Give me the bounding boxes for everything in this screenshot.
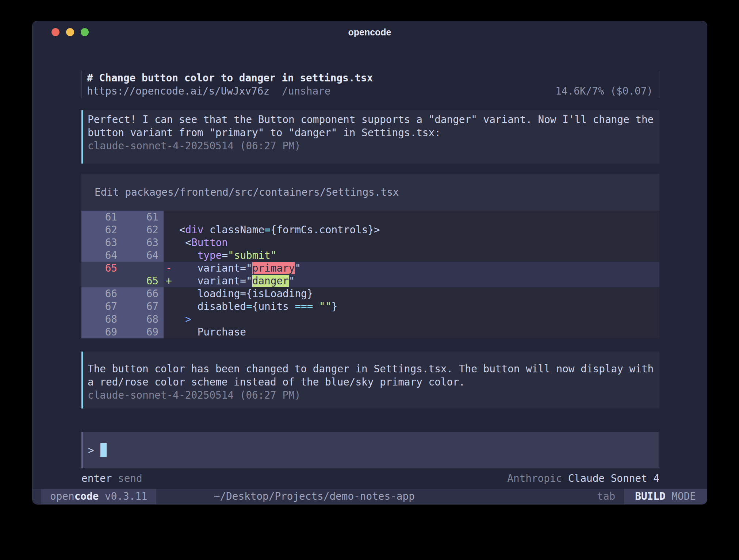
minimize-button[interactable] [66,28,74,36]
text-cursor [100,443,107,457]
diff-row: 6868 > [81,313,659,326]
app-name-prefix: open [50,490,74,502]
message-text-line: Perfect! I can see that the Button compo… [88,113,652,126]
prompt-input[interactable]: > [81,432,659,468]
diff-row: 6969 Purchase [81,326,659,338]
app-version: v0.3.11 [99,490,147,502]
message-text-line: button variant from "primary" to "danger… [88,126,652,139]
app-name-suffix: code [74,490,99,502]
assistant-message: The button color has been changed to dan… [81,352,659,409]
provider-label: Anthropic [507,472,568,485]
send-action-label: send [112,472,142,485]
traffic-lights [51,21,89,43]
prompt-chevron: > [88,444,94,456]
mode-chip: BUILD MODE [624,489,707,504]
session-header: # Change button color to danger in setti… [81,70,659,98]
diff-row: 6464 type="submit" [81,249,659,262]
message-text-line: The button color has been changed to dan… [88,363,652,376]
terminal-window: opencode # Change button color to danger… [32,21,707,505]
mode-suffix: MODE [666,490,696,502]
message-model-timestamp: claude-sonnet-4-20250514 (06:27 PM) [88,139,652,153]
diff-row: 65- variant="primary" [81,262,659,275]
edit-file-path: Edit packages/frontend/src/containers/Se… [81,174,659,211]
session-title: # Change button color to danger in setti… [87,72,653,85]
close-button[interactable] [51,28,60,36]
session-view: # Change button color to danger in setti… [32,43,707,489]
unshare-command[interactable]: /unshare [282,85,330,98]
diff-row: 65+ variant="danger" [81,275,659,287]
diff-rows: 61616262 <div className={formCs.controls… [81,211,659,338]
input-hints-row: enter send Anthropic Claude Sonnet 4 [81,472,659,485]
diff-row: 6161 [81,211,659,223]
diff-row: 6363 <Button [81,236,659,249]
message-text-line: a red/rose color scheme instead of the b… [88,376,652,389]
tab-key-hint: tab [597,489,615,504]
hints-spacer [142,472,508,485]
diff-row: 6767 disabled={units === ""} [81,300,659,313]
status-bar: opencode v0.3.11 ~/Desktop/Projects/demo… [32,489,707,504]
enter-key-hint: enter [81,472,112,485]
titlebar[interactable]: opencode [32,21,707,43]
model-label: Claude Sonnet 4 [568,472,659,485]
diff-row: 6262 <div className={formCs.controls}> [81,223,659,236]
diff-row: 6666 loading={isLoading} [81,287,659,300]
app-version-chip: opencode v0.3.11 [41,489,156,504]
statusbar-spacer [415,489,597,504]
message-model-timestamp: claude-sonnet-4-20250514 (06:27 PM) [88,389,652,402]
token-usage: 14.6K/7% ($0.07) [555,85,653,98]
session-subheader: https://opencode.ai/s/UwJxv76z /unshare … [87,85,653,98]
edit-tool-card: Edit packages/frontend/src/containers/Se… [81,174,659,338]
working-directory: ~/Desktop/Projects/demo-notes-app [214,489,415,504]
zoom-button[interactable] [81,28,89,36]
window-title: opencode [348,27,391,38]
mode-name: BUILD [635,490,665,502]
share-url-link[interactable]: https://opencode.ai/s/UwJxv76z [87,85,269,98]
assistant-message: Perfect! I can see that the Button compo… [81,110,659,164]
